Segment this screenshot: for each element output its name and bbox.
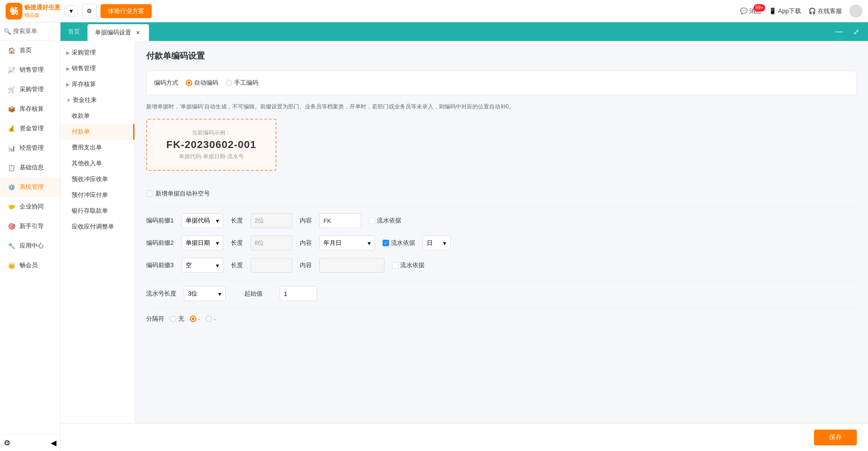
submenu-group-finance-title[interactable]: ▼ 资金往来 (61, 92, 135, 108)
sidebar-item-system[interactable]: ⚙️ 系统管理 (0, 177, 60, 197)
submenu-item-ar-ap-adjust[interactable]: 应收应付调整单 (61, 219, 135, 235)
submenu-item-receipt[interactable]: 收款单 (61, 108, 135, 124)
chevron-right-icon-2: ▶ (66, 66, 70, 71)
finance-icon: 💰 (7, 124, 16, 133)
app-icon: 📱 (769, 7, 776, 14)
separator-dash-radio[interactable]: · (206, 316, 216, 323)
experience-button[interactable]: 体验行业方案 (101, 4, 152, 18)
prefix3-serial-check[interactable] (392, 262, 398, 269)
guide-icon: 🎯 (7, 222, 16, 230)
sidebar-item-finance[interactable]: 💰 资金管理 (0, 119, 60, 138)
sidebar-item-sales[interactable]: 📈 销售管理 (0, 60, 60, 80)
prefix3-select[interactable]: 空 ▾ (182, 258, 223, 273)
submenu-item-prepay-ar[interactable]: 预收冲应收单 (61, 171, 135, 187)
auto-code-radio-btn[interactable] (186, 80, 192, 86)
separator-dot-radio[interactable]: · (190, 316, 200, 323)
prefix2-serial-check[interactable]: ✓ (383, 240, 389, 246)
service-icon: 🎧 (808, 7, 816, 14)
code-preview-sub: 单据代码-单据日期-流水号 (156, 153, 266, 161)
prefix1-serial-check[interactable] (369, 217, 375, 224)
message-badge: 99+ (754, 4, 765, 12)
message-item[interactable]: 💬 消息 99+ (740, 7, 761, 15)
manual-code-radio-btn[interactable] (226, 80, 232, 86)
submenu-group-purchase: ▶ 采购管理 (61, 45, 135, 61)
chevron-down-icon: ▼ (66, 98, 71, 103)
sidebar-item-enterprise[interactable]: 🤝 企业协同 (0, 197, 60, 216)
system-icon: ⚙️ (7, 183, 16, 191)
prefix2-content-select[interactable]: 年月日 ▾ (319, 236, 375, 250)
submenu-group-inventory-title[interactable]: ▶ 库存核算 (61, 76, 135, 92)
message-icon: 💬 (740, 7, 747, 14)
current-code-label: 当前编码示例： (156, 129, 266, 137)
sidebar-item-basic-info[interactable]: 📋 基础信息 (0, 158, 60, 177)
submenu-group-purchase-title[interactable]: ▶ 采购管理 (61, 45, 135, 61)
operations-icon: 📊 (7, 144, 16, 152)
company-dropdown[interactable]: ▼ (64, 6, 78, 17)
sidebar-item-apps[interactable]: 🔧 应用中心 (0, 236, 60, 256)
prefix3-length-input (250, 258, 292, 273)
submenu-item-bank[interactable]: 银行存取款单 (61, 203, 135, 219)
tab-code-settings[interactable]: 单据编码设置 ✕ (87, 24, 149, 41)
app-download-item[interactable]: 📱 App下载 (769, 7, 801, 15)
prefix1-row: 编码前缀1 单据代码 ▾ 长度 2位 内容 FK 流水依据 (146, 213, 857, 228)
manual-code-radio[interactable]: 手工编码 (226, 79, 258, 87)
submenu-item-other-income[interactable]: 其他收入单 (61, 155, 135, 171)
chevron-right-icon: ▶ (66, 50, 70, 55)
settings-button[interactable]: ⚙ (82, 4, 97, 19)
top-bar-right: 💬 消息 99+ 📱 App下载 🎧 在线客服 (740, 5, 862, 18)
sidebar-item-operations[interactable]: 📊 经营管理 (0, 138, 60, 158)
sidebar-item-purchase[interactable]: 🛒 采购管理 (0, 80, 60, 99)
brand: 畅 畅捷通好生意 猎品版 (6, 3, 61, 20)
prefix3-content-input (319, 258, 384, 273)
tab-minimize-button[interactable]: — (833, 25, 846, 38)
separator-dot-btn[interactable] (190, 316, 196, 322)
separator-none-radio[interactable]: 无 (170, 315, 184, 323)
coding-method-card: 编码方式 自动编码 手工编码 (146, 71, 857, 95)
bottom-bar: 保存 (61, 423, 868, 451)
prefix1-serial-checkbox[interactable]: 流水依据 (369, 216, 401, 225)
submenu-group-sales: ▶ 销售管理 (61, 61, 135, 76)
prefix1-select[interactable]: 单据代码 ▾ (182, 213, 223, 228)
prefix2-select[interactable]: 单据日期 ▾ (182, 236, 223, 250)
separator-dash-btn[interactable] (206, 316, 212, 322)
top-bar-left: 畅 畅捷通好生意 猎品版 ▼ ⚙ 体验行业方案 (6, 3, 152, 20)
prefix2-serial-checkbox[interactable]: ✓ 流水依据 (383, 239, 415, 247)
chevron-down-icon-serial: ▾ (218, 290, 222, 297)
chevron-down-icon-prefix2-content: ▾ (368, 240, 371, 247)
code-preview: 当前编码示例： FK-20230602-001 单据代码-单据日期-流水号 (146, 119, 276, 171)
submenu-item-prepay-ap[interactable]: 预付冲应付单 (61, 187, 135, 203)
prefix3-serial-checkbox[interactable]: 流水依据 (392, 261, 424, 269)
sidebar-item-inventory[interactable]: 📦 库存核算 (0, 99, 60, 119)
chevron-down-icon-prefix2-unit: ▾ (443, 240, 446, 247)
sidebar-item-home[interactable]: 🏠 首页 (0, 40, 60, 60)
submenu-item-expense[interactable]: 费用支出单 (61, 140, 135, 155)
sidebar-item-membership[interactable]: 👑 畅会员 (0, 256, 60, 275)
collapse-icon[interactable]: ◀ (51, 438, 56, 447)
user-avatar[interactable] (849, 5, 862, 18)
submenu-group-sales-title[interactable]: ▶ 销售管理 (61, 61, 135, 76)
start-value-input[interactable] (280, 286, 317, 301)
inventory-icon: 📦 (7, 105, 16, 113)
tab-home[interactable]: 首页 (61, 22, 87, 41)
service-item[interactable]: 🎧 在线客服 (808, 7, 842, 15)
sidebar-bottom: ⚙ ◀ (0, 434, 60, 451)
tab-maximize-button[interactable]: ⤢ (849, 25, 862, 38)
separator-none-btn[interactable] (170, 316, 176, 322)
page-title: 付款单编码设置 (146, 50, 857, 61)
separator-row: 分隔符 无 · · (146, 315, 857, 323)
sidebar-nav: 🏠 首页 📈 销售管理 🛒 采购管理 📦 库存核算 💰 资金管理 📊 经 (0, 40, 60, 434)
main-panel: 付款单编码设置 编码方式 自动编码 手工编码 (135, 41, 868, 423)
settings-icon[interactable]: ⚙ (4, 438, 10, 447)
prefix2-serial-unit-select[interactable]: 日 ▾ (423, 236, 451, 250)
sidebar-item-guide[interactable]: 🎯 新手引导 (0, 216, 60, 236)
auto-fill-checkbox[interactable] (146, 190, 153, 197)
sidebar-search[interactable]: 🔍 搜索菜单 (0, 22, 60, 40)
save-button[interactable]: 保存 (814, 430, 857, 445)
divider-3 (146, 309, 857, 309)
tab-close-button[interactable]: ✕ (134, 29, 141, 36)
submenu-group-inventory: ▶ 库存核算 (61, 76, 135, 92)
serial-length-select[interactable]: 3位 ▾ (184, 286, 226, 301)
submenu-item-payment[interactable]: 付款单 (61, 124, 135, 140)
auto-code-radio[interactable]: 自动编码 (186, 79, 218, 87)
membership-icon: 👑 (7, 261, 16, 269)
